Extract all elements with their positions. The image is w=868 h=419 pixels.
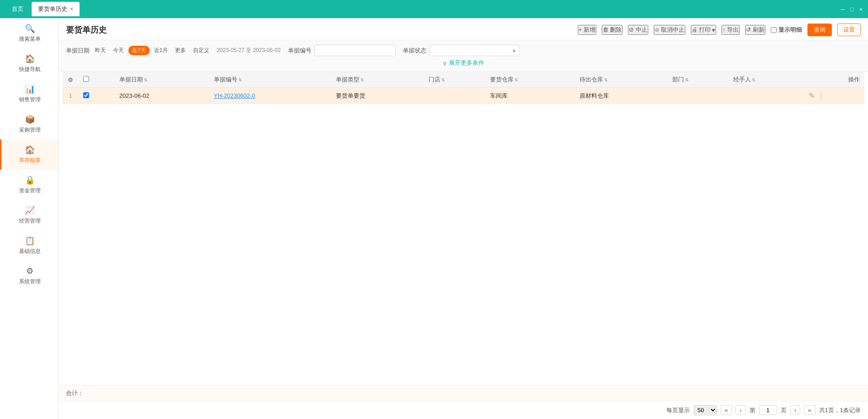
date-btn-1month[interactable]: 近1月 (151, 46, 171, 55)
date-btn-today[interactable]: 今天 (110, 46, 127, 55)
sidebar-item-basic-info[interactable]: 📋 基础信息 (0, 230, 58, 261)
row-handler (729, 88, 804, 104)
th-docno[interactable]: 单据编号⇅ (209, 72, 331, 88)
cancel-stop-button[interactable]: ⊙ 取消中止 (654, 25, 685, 35)
row-docno-link[interactable]: YH-20230602-0 (214, 92, 255, 99)
summary-label: 合计： (66, 390, 84, 396)
pagination: 每页显示 50 100 « ‹ 第 页 › » 共1页，1条记录 (59, 401, 868, 419)
display-detail-checkbox[interactable] (771, 27, 777, 33)
first-page-btn[interactable]: « (721, 405, 732, 415)
maximize-btn[interactable]: □ (850, 6, 854, 13)
sidebar-item-quick-nav[interactable]: 🏠 快捷导航 (0, 48, 58, 79)
sidebar-item-label: 基础信息 (19, 248, 41, 255)
expand-more-btn[interactable]: ∨ 展开更多条件 (66, 59, 861, 67)
settings-button[interactable]: 设置 (837, 24, 861, 36)
docno-filter-group: 单据编号 (288, 45, 396, 56)
status-select[interactable] (429, 45, 519, 56)
sidebar-item-sales[interactable]: 📊 销售管理 (0, 79, 58, 109)
sidebar-item-system[interactable]: ⚙ 系统管理 (0, 261, 58, 291)
date-btn-custom[interactable]: 自定义 (190, 46, 212, 55)
row-date: 2023-06-02 (115, 88, 209, 104)
operation-icon: 📈 (25, 205, 35, 215)
page-number-input[interactable] (759, 405, 777, 415)
query-button[interactable]: 查询 (807, 24, 832, 36)
date-btn-7days[interactable]: 近7天 (128, 46, 150, 55)
th-action: 操作 (804, 72, 864, 88)
action-cell: ✎ ⋮ (809, 91, 860, 100)
per-page-select[interactable]: 50 100 (693, 405, 717, 415)
th-checkbox[interactable] (79, 72, 115, 88)
main-layout: 🔍 搜索菜单 🏠 快捷导航 📊 销售管理 📦 采购管理 🏠 库存核算 🔒 资金管… (0, 18, 868, 419)
row-doctype: 要货单要货 (331, 88, 424, 104)
row-num: 1 (62, 88, 79, 104)
active-tab[interactable]: 要货单历史 × (32, 2, 80, 16)
sort-icon-docno: ⇅ (238, 77, 242, 82)
docno-filter-label: 单据编号 (288, 47, 311, 55)
row-docno[interactable]: YH-20230602-0 (209, 88, 331, 104)
th-dept[interactable]: 部门⇅ (668, 72, 729, 88)
row-dept (668, 88, 729, 104)
date-btn-more[interactable]: 更多 (172, 46, 189, 55)
refresh-button[interactable]: ↺ 刷新 (745, 25, 765, 35)
sort-icon-handler: ⇅ (752, 77, 755, 82)
basic-info-icon: 📋 (25, 236, 35, 246)
toolbar: + 新增 🗑 删除 ⊘ 中止 ⊙ 取消中止 🖨 打印 ▾ ↑ 导出 (578, 24, 861, 36)
th-settings[interactable]: ⚙ (62, 72, 79, 88)
close-window-btn[interactable]: × (859, 6, 863, 13)
date-filter-buttons: 昨天 今天 近7天 近1月 更多 自定义 (92, 46, 212, 55)
more-action-icon[interactable]: ⋮ (817, 91, 825, 100)
new-button[interactable]: + 新增 (578, 25, 596, 35)
print-button[interactable]: 🖨 打印 ▾ (691, 25, 717, 35)
sidebar-item-label: 销售管理 (19, 96, 41, 104)
quick-nav-icon: 🏠 (25, 54, 35, 64)
close-tab-icon[interactable]: × (70, 6, 73, 12)
th-handler[interactable]: 经手人⇅ (729, 72, 804, 88)
page-title: 要货单历史 (66, 24, 107, 35)
sidebar-item-label: 经营管理 (19, 217, 41, 225)
th-req-warehouse[interactable]: 要货仓库⇅ (486, 72, 575, 88)
sidebar-item-finance[interactable]: 🔒 资金管理 (0, 170, 58, 200)
page-header: 要货单历史 + 新增 🗑 删除 ⊘ 中止 ⊙ 取消中止 🖨 打印 ▾ (59, 18, 868, 40)
select-all-checkbox[interactable] (83, 76, 89, 82)
date-btn-yesterday[interactable]: 昨天 (92, 46, 108, 55)
table-body: 1 2023-06-02 YH-20230602-0 要货单要货 车间库 原材料… (62, 88, 864, 104)
sales-icon: 📊 (25, 84, 35, 94)
th-date[interactable]: 单据日期⇅ (115, 72, 209, 88)
status-filter-group: 单据状态 (403, 45, 519, 56)
minimize-btn[interactable]: ─ (840, 6, 844, 13)
row-checkbox[interactable] (79, 88, 115, 104)
table-wrapper: ⚙ 单据日期⇅ 单据编号⇅ 单据类型⇅ 门店⇅ 要货仓库⇅ 待出仓库⇅ 部门⇅ … (59, 72, 868, 385)
sidebar-item-search-menu[interactable]: 🔍 搜索菜单 (0, 18, 58, 48)
table-row[interactable]: 1 2023-06-02 YH-20230602-0 要货单要货 车间库 原材料… (62, 88, 864, 104)
purchase-icon: 📦 (25, 114, 35, 124)
total-info: 共1页，1条记录 (819, 406, 861, 414)
th-doctype[interactable]: 单据类型⇅ (331, 72, 424, 88)
data-table: ⚙ 单据日期⇅ 单据编号⇅ 单据类型⇅ 门店⇅ 要货仓库⇅ 待出仓库⇅ 部门⇅ … (62, 72, 864, 104)
footer-summary: 合计： (59, 385, 868, 401)
home-tab-label: 首页 (12, 5, 24, 13)
sidebar-item-purchase[interactable]: 📦 采购管理 (0, 109, 58, 139)
sidebar-item-label: 快捷导航 (19, 66, 41, 73)
home-tab[interactable]: 首页 (5, 2, 30, 16)
sidebar-item-inventory[interactable]: 🏠 库存核算 (0, 139, 58, 170)
row-select-checkbox[interactable] (83, 92, 89, 98)
delete-button[interactable]: 🗑 删除 (602, 25, 623, 35)
date-filter-label: 单据日期 (66, 47, 90, 55)
expand-label: 展开更多条件 (449, 59, 484, 67)
prev-page-btn[interactable]: ‹ (736, 405, 745, 415)
last-page-btn[interactable]: » (804, 405, 815, 415)
sort-icon-dept: ⇅ (685, 77, 689, 82)
th-pending-warehouse[interactable]: 待出仓库⇅ (575, 72, 668, 88)
sidebar-item-label: 搜索菜单 (19, 35, 41, 43)
docno-input[interactable] (314, 45, 396, 56)
next-page-btn[interactable]: › (790, 405, 800, 415)
edit-action-icon[interactable]: ✎ (809, 91, 815, 100)
display-detail-toggle[interactable]: 显示明细 (771, 26, 802, 34)
finance-icon: 🔒 (25, 175, 35, 185)
th-store[interactable]: 门店⇅ (424, 72, 485, 88)
export-button[interactable]: ↑ 导出 (722, 25, 740, 35)
stop-button[interactable]: ⊘ 中止 (628, 25, 648, 35)
row-store (424, 88, 485, 104)
sidebar-item-operation[interactable]: 📈 经营管理 (0, 200, 58, 230)
sidebar-item-label: 资金管理 (19, 187, 41, 195)
